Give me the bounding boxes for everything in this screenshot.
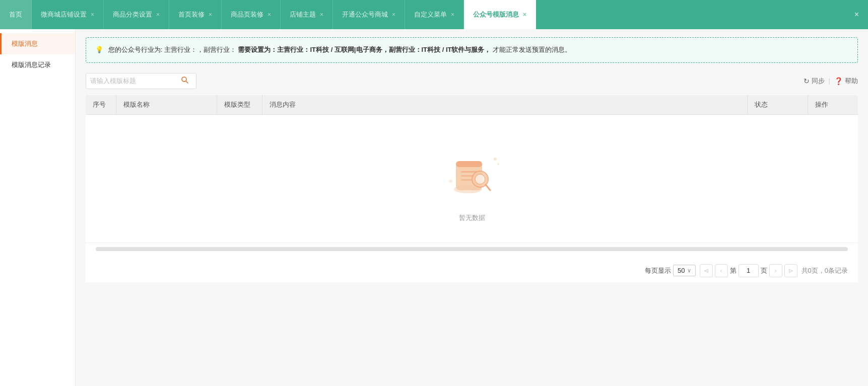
page-size-label: 每页显示 bbox=[645, 266, 671, 275]
svg-rect-7 bbox=[461, 179, 472, 181]
svg-point-11 bbox=[494, 158, 497, 161]
tab-wsc-settings-label: 微商城店铺设置 bbox=[41, 10, 87, 19]
tab-shop-theme[interactable]: 店铺主题 × bbox=[281, 0, 333, 29]
close-tab-wsc-settings[interactable]: × bbox=[91, 11, 94, 18]
sync-button[interactable]: ↻ 同步 bbox=[804, 76, 825, 86]
svg-line-10 bbox=[486, 185, 490, 190]
close-tab-product-category[interactable]: × bbox=[156, 11, 160, 18]
notice-box: 💡 您的公众号行业为: 主营行业：，副营行业： 需要设置为：主营行业：IT科技 … bbox=[86, 37, 858, 63]
page-size-value: 50 bbox=[678, 267, 685, 274]
notice-prefix: 您的公众号行业为: 主营行业：，副营行业： bbox=[108, 46, 236, 53]
content-area: 💡 您的公众号行业为: 主营行业：，副营行业： 需要设置为：主营行业：IT科技 … bbox=[76, 29, 868, 386]
col-index: 序号 bbox=[86, 95, 116, 115]
tab-open-mall[interactable]: 开通公众号商城 × bbox=[333, 0, 405, 29]
sidebar-item-template-log[interactable]: 模版消息记录 bbox=[0, 54, 75, 75]
next-page-icon: › bbox=[775, 267, 777, 274]
page-size-select: 每页显示 50 ∨ bbox=[645, 265, 695, 276]
help-button[interactable]: ❓ 帮助 bbox=[834, 76, 858, 86]
action-links: ↻ 同步 | ❓ 帮助 bbox=[804, 76, 858, 86]
main-layout: 模版消息 模版消息记录 💡 您的公众号行业为: 主营行业：，副营行业： 需要设置… bbox=[0, 29, 868, 386]
empty-illustration bbox=[442, 145, 502, 205]
pagination-row: 每页显示 50 ∨ ⊲ ‹ 第 页 bbox=[86, 259, 858, 282]
data-table: 序号 模版名称 模版类型 消息内容 状态 操作 bbox=[86, 95, 858, 115]
search-icon[interactable] bbox=[181, 76, 189, 86]
svg-rect-4 bbox=[456, 161, 482, 167]
page-nav: ⊲ ‹ 第 页 › ⊳ bbox=[700, 264, 797, 277]
col-type: 模版类型 bbox=[217, 95, 262, 115]
fake-scrollbar[interactable] bbox=[96, 247, 848, 251]
table-header-row: 序号 模版名称 模版类型 消息内容 状态 操作 bbox=[86, 95, 858, 115]
tab-shop-theme-label: 店铺主题 bbox=[290, 10, 316, 19]
last-page-icon: ⊳ bbox=[788, 267, 793, 274]
svg-rect-5 bbox=[461, 171, 477, 173]
scrollbar-area bbox=[86, 243, 858, 259]
svg-point-13 bbox=[449, 180, 452, 183]
notice-highlight: 需要设置为：主营行业：IT科技 / 互联网|电子商务，副营行业：IT科技 / I… bbox=[238, 46, 491, 53]
tab-template-msg[interactable]: 公众号模版消息 × bbox=[464, 0, 536, 29]
tab-home-decor[interactable]: 首页装修 × bbox=[169, 0, 222, 29]
help-label: 帮助 bbox=[845, 76, 858, 86]
empty-text: 暂无数据 bbox=[459, 213, 485, 222]
tab-bar: 首页 微商城店铺设置 × 商品分类设置 × 首页装修 × 商品页装修 × 店铺主… bbox=[0, 0, 868, 29]
search-input-wrap[interactable] bbox=[86, 73, 196, 89]
sync-icon: ↻ bbox=[804, 77, 810, 85]
search-row: ↻ 同步 | ❓ 帮助 bbox=[86, 73, 858, 89]
close-tab-custom-menu[interactable]: × bbox=[451, 11, 454, 18]
tab-product-category[interactable]: 商品分类设置 × bbox=[104, 0, 169, 29]
close-tab-home-decor[interactable]: × bbox=[209, 11, 212, 18]
tab-product-category-label: 商品分类设置 bbox=[113, 10, 152, 19]
close-tab-open-mall[interactable]: × bbox=[392, 11, 395, 18]
col-status: 状态 bbox=[747, 95, 808, 115]
page-size-dropdown-icon: ∨ bbox=[687, 267, 691, 274]
tab-custom-menu-label: 自定义菜单 bbox=[414, 10, 447, 19]
prev-page-icon: ‹ bbox=[720, 267, 722, 274]
next-page-button[interactable]: › bbox=[769, 264, 782, 277]
close-tab-template-msg[interactable]: × bbox=[523, 11, 526, 18]
table-wrapper: 序号 模版名称 模版类型 消息内容 状态 操作 bbox=[86, 95, 858, 282]
tab-home-label: 首页 bbox=[9, 10, 22, 19]
svg-line-1 bbox=[186, 82, 188, 84]
page-word-pre: 第 bbox=[730, 266, 737, 275]
prev-page-button[interactable]: ‹ bbox=[715, 264, 728, 277]
close-tab-product-decor[interactable]: × bbox=[268, 11, 271, 18]
tab-wsc-settings[interactable]: 微商城店铺设置 × bbox=[32, 0, 104, 29]
sidebar-item-template-msg[interactable]: 模版消息 bbox=[0, 33, 75, 54]
svg-point-12 bbox=[497, 163, 499, 165]
tab-home-decor-label: 首页装修 bbox=[178, 10, 205, 19]
last-page-button[interactable]: ⊳ bbox=[784, 264, 797, 277]
page-number-input[interactable] bbox=[739, 264, 759, 277]
page-size-box[interactable]: 50 ∨ bbox=[673, 265, 695, 276]
tab-template-msg-label: 公众号模版消息 bbox=[473, 10, 519, 19]
svg-point-9 bbox=[475, 174, 485, 184]
svg-point-0 bbox=[182, 77, 186, 82]
close-all-tabs-button[interactable]: × bbox=[845, 10, 868, 19]
notice-icon: 💡 bbox=[95, 46, 103, 53]
page-word: 页 bbox=[761, 266, 767, 275]
first-page-icon: ⊲ bbox=[704, 267, 709, 274]
tab-home[interactable]: 首页 bbox=[0, 0, 32, 29]
tab-open-mall-label: 开通公众号商城 bbox=[342, 10, 388, 19]
sync-label: 同步 bbox=[812, 76, 825, 86]
sidebar-item-template-msg-label: 模版消息 bbox=[12, 40, 38, 47]
col-content: 消息内容 bbox=[262, 95, 747, 115]
tab-custom-menu[interactable]: 自定义菜单 × bbox=[405, 0, 464, 29]
col-name: 模版名称 bbox=[116, 95, 217, 115]
tab-product-decor[interactable]: 商品页装修 × bbox=[222, 0, 281, 29]
empty-state: 暂无数据 bbox=[86, 115, 858, 243]
help-icon: ❓ bbox=[834, 77, 843, 85]
sidebar: 模版消息 模版消息记录 bbox=[0, 29, 76, 386]
action-divider: | bbox=[829, 77, 830, 85]
search-input[interactable] bbox=[90, 77, 181, 85]
first-page-button[interactable]: ⊲ bbox=[700, 264, 713, 277]
total-info: 共0页，0条记录 bbox=[802, 266, 848, 275]
col-action: 操作 bbox=[808, 95, 858, 115]
notice-suffix: 才能正常发送预置的消息。 bbox=[493, 46, 571, 53]
close-tab-shop-theme[interactable]: × bbox=[320, 11, 323, 18]
sidebar-item-template-log-label: 模版消息记录 bbox=[12, 61, 51, 68]
tab-product-decor-label: 商品页装修 bbox=[231, 10, 263, 19]
